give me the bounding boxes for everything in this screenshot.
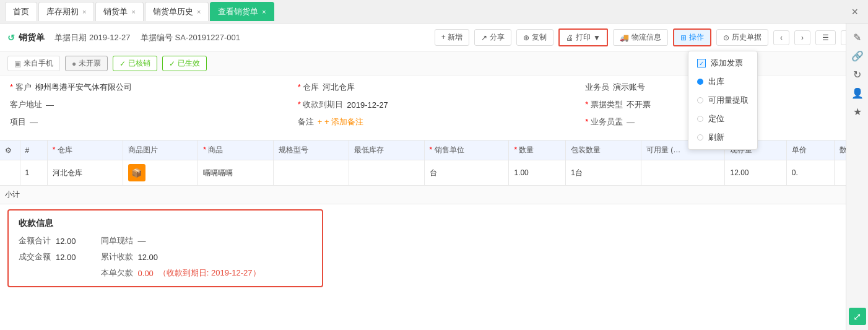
- staff-value: 演示账号: [613, 82, 645, 93]
- tab-home[interactable]: 首页: [5, 2, 37, 21]
- row-product: 嗝嗝嗝嗝: [198, 160, 274, 186]
- warehouse-field: 仓库 河北仓库: [298, 82, 571, 93]
- dropdown-refresh[interactable]: 刷新: [688, 128, 757, 147]
- operation-button-label: 操作: [689, 32, 704, 43]
- table-row: 1 河北仓库 📦 嗝嗝嗝嗝 台 1.00 1台: [0, 160, 868, 186]
- print-dropdown-icon: ▼: [593, 33, 601, 42]
- effective-button[interactable]: ✓ 已生效: [162, 56, 207, 71]
- doc-number-field: 单据编号 SA-20191227-001: [141, 32, 241, 43]
- share-button-label: 分享: [490, 32, 505, 43]
- copy-button[interactable]: ⊕ 复制: [516, 29, 553, 46]
- list-view-button[interactable]: ☰: [815, 30, 836, 45]
- from-phone-label: 来自手机: [24, 58, 53, 69]
- print-button[interactable]: 🖨 打印 ▼: [558, 28, 608, 46]
- payment-left-col: 金额合计 12.00 成交金额 12.00: [19, 235, 76, 279]
- tab-inventory-init[interactable]: 库存期初 ×: [38, 2, 94, 21]
- customer-value: 柳州粤港平安气体有限公司: [35, 82, 132, 93]
- refresh-label: 刷新: [708, 132, 724, 143]
- doc-type-label: 销货单: [19, 32, 45, 43]
- add-note-label: + 添加备注: [324, 117, 363, 126]
- prev-record-button[interactable]: ‹: [773, 30, 789, 45]
- note-placeholder[interactable]: + + 添加备注: [318, 116, 363, 128]
- total-received-value: 12.00: [138, 253, 158, 262]
- col-pack-qty: 包装数量: [566, 141, 641, 160]
- balance-suffix: （收款到期日: 2019-12-27）: [158, 267, 261, 279]
- amount-total-label: 金额合计: [19, 235, 51, 246]
- dropdown-quantity-fetch[interactable]: 可用量提取: [688, 91, 757, 110]
- quantity-fetch-label: 可用量提取: [708, 95, 749, 106]
- no-invoice-label: 未开票: [79, 58, 101, 69]
- amount-total-item: 金额合计 12.00: [19, 235, 76, 246]
- doc-title: ↺ 销货单: [7, 32, 45, 43]
- row-gear: [0, 160, 20, 186]
- new-button[interactable]: + 新增: [435, 29, 469, 46]
- amount-total-value: 12.00: [56, 237, 76, 246]
- doc-meta: 单据日期 2019-12-27 单据编号 SA-20191227-001: [54, 32, 240, 43]
- locate-label: 定位: [708, 113, 724, 124]
- doc-date-value: 2019-12-27: [89, 33, 131, 42]
- tab-sales-order[interactable]: 销货单 ×: [95, 2, 143, 21]
- tab-inventory-init-label: 库存期初: [46, 6, 79, 17]
- tab-sales-order-close[interactable]: ×: [131, 8, 135, 15]
- dropdown-locate[interactable]: 定位: [688, 110, 757, 128]
- col-price: 单价: [786, 141, 834, 160]
- no-invoice-button[interactable]: ● 未开票: [65, 56, 108, 71]
- sidebar-link-icon[interactable]: 🔗: [849, 47, 866, 64]
- balance-label: 本单欠款: [101, 267, 133, 279]
- right-sidebar: ✎ 🔗 ↻ 👤 ★ ⤢: [846, 24, 868, 330]
- tab-view-sales-close[interactable]: ×: [262, 8, 266, 15]
- tab-sales-history-close[interactable]: ×: [197, 8, 201, 15]
- total-received-item: 累计收款 12.00: [101, 251, 261, 263]
- from-phone-button[interactable]: ▣ 来自手机: [7, 56, 60, 71]
- project-label: 项目: [10, 116, 26, 128]
- sidebar-edit-icon[interactable]: ✎: [849, 28, 866, 46]
- col-qty: 数量: [509, 141, 566, 160]
- refresh-dot-icon: [697, 134, 703, 141]
- total-received-label: 累计收款: [101, 251, 133, 263]
- prev-icon: ‹: [780, 33, 783, 42]
- subtotal-cell: 小计: [0, 186, 868, 204]
- tab-view-sales-label: 查看销货单: [218, 6, 258, 17]
- col-min-stock: 最低库存: [349, 141, 424, 160]
- same-order-value: —: [138, 237, 146, 246]
- outbound-dot-icon: [697, 79, 703, 85]
- payment-title: 收款信息: [19, 218, 312, 229]
- doc-header-actions: + 新增 ↗ 分享 ⊕ 复制 🖨 打印 ▼: [435, 28, 861, 46]
- logistics-button[interactable]: 🚚 物流信息: [613, 29, 668, 46]
- share-icon: ↗: [481, 33, 487, 42]
- new-button-label: + 新增: [441, 32, 462, 43]
- list-view-icon: ☰: [822, 33, 829, 42]
- operation-button[interactable]: ⊞ 操作: [673, 28, 711, 46]
- tab-inventory-init-close[interactable]: ×: [82, 8, 86, 15]
- address-label: 客户地址: [10, 99, 42, 110]
- row-min-stock: [349, 160, 424, 186]
- row-stock: 12.00: [725, 160, 786, 186]
- history-icon: ⊙: [723, 33, 729, 42]
- copy-icon: ⊕: [523, 33, 529, 42]
- tab-view-sales[interactable]: 查看销货单 ×: [210, 2, 274, 21]
- logistics-button-label: 物流信息: [631, 32, 661, 43]
- sidebar-user-icon[interactable]: 👤: [849, 84, 866, 102]
- same-order-settlement-item: 同单现结 —: [101, 235, 261, 246]
- tab-sales-history[interactable]: 销货单历史 ×: [145, 2, 209, 21]
- next-record-button[interactable]: ›: [794, 30, 810, 45]
- history-button[interactable]: ⊙ 历史单据: [716, 29, 768, 46]
- staff-label: 业务员: [585, 82, 609, 93]
- dropdown-add-invoice[interactable]: ✓ 添加发票: [688, 54, 757, 72]
- sidebar-expand-icon[interactable]: ⤢: [849, 308, 866, 325]
- share-button[interactable]: ↗ 分享: [474, 29, 511, 46]
- deal-amount-label: 成交金额: [19, 251, 51, 263]
- doc-number-label: 单据编号: [141, 32, 173, 43]
- row-spec: [274, 160, 349, 186]
- next-icon: ›: [801, 33, 804, 42]
- deal-amount-value: 12.00: [56, 253, 76, 262]
- dropdown-outbound[interactable]: 出库: [688, 72, 757, 91]
- locate-dot-icon: [697, 116, 703, 122]
- verified-button[interactable]: ✓ 已核销: [113, 56, 157, 71]
- project-value: —: [30, 118, 38, 127]
- sidebar-refresh-icon[interactable]: ↻: [849, 66, 866, 83]
- sidebar-star-icon[interactable]: ★: [849, 103, 866, 120]
- ticket-label: 票据类型: [585, 99, 623, 110]
- window-close-button[interactable]: ×: [844, 0, 866, 24]
- logistics-icon: 🚚: [620, 33, 629, 42]
